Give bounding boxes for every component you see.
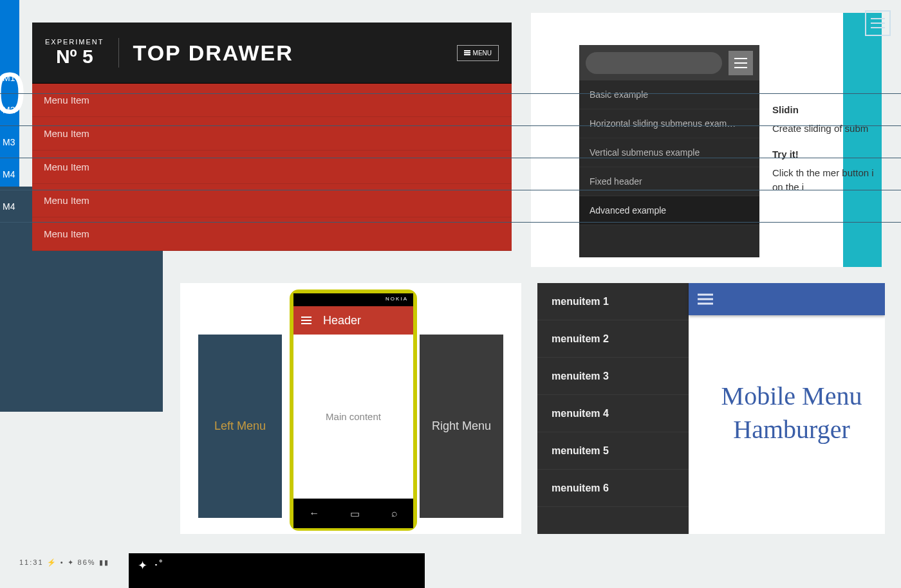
menu-item[interactable]: menuitem 3 (537, 358, 689, 395)
menu-item[interactable]: M4 (0, 190, 901, 223)
menu-button-label: MENU (473, 50, 492, 57)
right-menu-panel[interactable]: Right Menu (420, 335, 503, 518)
menu-button[interactable]: MENU (457, 45, 499, 61)
menu-item[interactable]: menuitem 6 (537, 470, 689, 507)
title-line-1: Mobile Menu (705, 380, 878, 413)
search-button[interactable]: ⌕ (391, 508, 398, 519)
phone-preview-card: Left Menu Right Menu NOKIA Header Main c… (180, 283, 521, 534)
phone-header: Header (293, 306, 413, 335)
experiment-label: EXPERIMENT (45, 38, 104, 46)
left-menu-label: Left Menu (214, 419, 266, 433)
hamburger-icon (301, 317, 311, 324)
top-bar (689, 283, 885, 315)
menu-item[interactable]: M3 (0, 126, 901, 158)
menu-item[interactable]: menuitem 4 (537, 395, 689, 432)
hamburger-button[interactable] (301, 317, 311, 324)
hamburger-icon (871, 18, 885, 28)
phone-header-title: Header (323, 314, 361, 327)
hamburger-icon (698, 293, 713, 305)
hamburger-icon (464, 50, 470, 55)
phone-status-bar: NOKIA (293, 293, 413, 306)
sidebar-menu: menuitem 1 menuitem 2 menuitem 3 menuite… (537, 283, 689, 534)
right-menu-label: Right Menu (432, 419, 491, 433)
status-bar-fragment: 11:31 ⚡ • ✦ 86% ▮▮ (19, 558, 109, 567)
hamburger-button[interactable] (698, 293, 713, 305)
hamburger-button[interactable] (865, 10, 891, 36)
slate-menu-card: M1 M2 M3 M4 M4 (0, 187, 163, 412)
menu-item[interactable]: menuitem 1 (537, 283, 689, 320)
menu-item[interactable]: M1 (0, 62, 901, 94)
menu-item[interactable]: menuitem 5 (537, 432, 689, 470)
menu-item[interactable]: M4 (0, 158, 901, 190)
phone-nav-bar: ← ▭ ⌕ (293, 499, 413, 528)
content-label: Main content (326, 411, 381, 422)
home-button[interactable]: ▭ (350, 508, 360, 520)
mobile-menu-hamburger-card: menuitem 1 menuitem 2 menuitem 3 menuite… (537, 283, 885, 534)
title-line-2: Hamburger (705, 413, 878, 446)
left-menu-panel[interactable]: Left Menu (198, 335, 282, 518)
phone-frame: NOKIA Header Main content ← ▭ ⌕ (290, 289, 417, 531)
menu-item[interactable]: M2 (0, 94, 901, 126)
slate-menu-list: M1 M2 M3 M4 M4 (0, 62, 901, 223)
dark-fragment: ✦ ･ﾟ (129, 553, 425, 588)
phone-main-content: Main content (293, 335, 413, 499)
page-title: Mobile Menu Hamburger (705, 380, 878, 446)
sparkle-icon: ✦ ･ﾟ (129, 553, 425, 578)
back-button[interactable]: ← (309, 508, 319, 519)
menu-item[interactable]: menuitem 2 (537, 320, 689, 358)
